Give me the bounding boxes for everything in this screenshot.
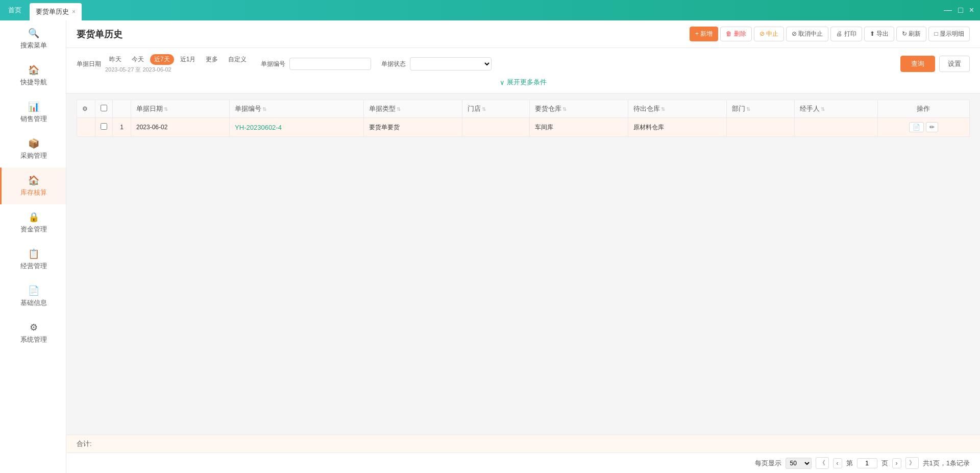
page-unit: 页: [881, 459, 888, 468]
sort-doctype-icon: ⇅: [397, 106, 401, 112]
query-button[interactable]: 查询: [900, 56, 935, 72]
row-pending-warehouse: 原材料仓库: [628, 118, 727, 137]
data-table: ⚙ 单据日期 ⇅ 单据编号: [77, 100, 970, 137]
pagination: 每页显示 50 10 20 100 《 ‹ 第 页 › 》 共1页，1条记录: [66, 453, 980, 473]
th-handler[interactable]: 经手人 ⇅: [795, 100, 878, 118]
row-department: [727, 118, 795, 137]
filter-group-date: 单据日期 昨天 今天 近7天 近1月 更多 自定义 2023-05-27 至 2…: [77, 54, 251, 74]
sidebar-item-sales[interactable]: 📊 销售管理: [0, 94, 66, 131]
sort-pending-warehouse-icon: ⇅: [661, 106, 665, 112]
page-title: 要货单历史: [77, 28, 122, 40]
first-page-button[interactable]: 《: [816, 457, 829, 469]
sidebar-item-search-menu-label: 搜索菜单: [20, 41, 47, 50]
row-checkbox[interactable]: [101, 123, 107, 130]
sidebar-item-operation[interactable]: 📋 经营管理: [0, 241, 66, 278]
tab-home[interactable]: 首页: [0, 0, 30, 20]
shortcut-7days[interactable]: 近7天: [150, 54, 174, 65]
filter-docno-input[interactable]: [289, 58, 371, 70]
sidebar-item-sales-label: 销售管理: [20, 114, 47, 124]
th-docno[interactable]: 单据编号 ⇅: [230, 100, 363, 118]
finance-icon: 🔒: [28, 211, 39, 223]
tab-active-label: 要货单历史: [36, 7, 69, 16]
sidebar-item-basic-info[interactable]: 📄 基础信息: [0, 278, 66, 315]
system-icon: ⚙: [30, 322, 38, 333]
maximize-icon[interactable]: □: [958, 6, 963, 15]
row-action: 📄 ✏: [877, 118, 969, 137]
sidebar-item-quick-nav[interactable]: 🏠 快捷导航: [0, 57, 66, 94]
sidebar-item-search-menu[interactable]: 🔍 搜索菜单: [0, 20, 66, 57]
th-department[interactable]: 部门 ⇅: [727, 100, 795, 118]
sort-handler-icon: ⇅: [821, 106, 825, 112]
page-input-label: 第: [846, 459, 853, 468]
filter-group-docno: 单据编号: [261, 58, 371, 70]
sort-department-icon: ⇅: [746, 106, 750, 112]
prev-page-button[interactable]: ‹: [833, 458, 842, 468]
next-page-button[interactable]: ›: [892, 458, 901, 468]
table-area: ⚙ 单据日期 ⇅ 单据编号: [66, 93, 980, 435]
sidebar-item-purchase[interactable]: 📦 采购管理: [0, 131, 66, 168]
th-doctype[interactable]: 单据类型 ⇅: [363, 100, 462, 118]
filter-group-status: 单据状态: [381, 57, 492, 70]
th-date[interactable]: 单据日期 ⇅: [131, 100, 230, 118]
row-date: 2023-06-02: [131, 118, 230, 137]
sidebar-item-finance[interactable]: 🔒 资金管理: [0, 204, 66, 241]
page-size-label: 每页显示: [755, 459, 781, 468]
sidebar-item-purchase-label: 采购管理: [20, 151, 47, 160]
last-page-button[interactable]: 》: [905, 457, 919, 469]
select-all-checkbox[interactable]: [101, 105, 107, 111]
shortcut-1month[interactable]: 近1月: [176, 54, 200, 65]
filter-status-select[interactable]: [410, 57, 492, 70]
sidebar-item-inventory-label: 库存核算: [20, 188, 47, 197]
row-view-button[interactable]: 📄: [909, 122, 924, 132]
operation-icon: 📋: [28, 248, 39, 259]
new-button[interactable]: + 新增: [690, 27, 718, 41]
sidebar-item-inventory[interactable]: 🏠 库存核算: [0, 168, 66, 204]
window-close-icon[interactable]: ×: [969, 6, 974, 15]
sidebar-item-operation-label: 经营管理: [20, 262, 47, 271]
th-store[interactable]: 门店 ⇅: [462, 100, 530, 118]
refresh-button[interactable]: ↻ 刷新: [896, 27, 926, 41]
sidebar-item-finance-label: 资金管理: [20, 225, 47, 234]
filter-area: 单据日期 昨天 今天 近7天 近1月 更多 自定义 2023-05-27 至 2…: [66, 48, 980, 93]
page-number-input[interactable]: [857, 458, 877, 468]
filter-docno-label: 单据编号: [261, 60, 285, 68]
th-req-warehouse[interactable]: 要货仓库 ⇅: [530, 100, 628, 118]
th-settings[interactable]: ⚙: [77, 100, 95, 118]
shortcut-today[interactable]: 今天: [128, 54, 148, 65]
sidebar-item-system[interactable]: ⚙ 系统管理: [0, 315, 66, 351]
row-edit-button[interactable]: ✏: [926, 122, 938, 132]
minimize-icon[interactable]: —: [944, 6, 952, 15]
export-button[interactable]: ⬆ 导出: [864, 27, 894, 41]
tab-active[interactable]: 要货单历史 ×: [30, 3, 82, 20]
tab-close-icon[interactable]: ×: [72, 8, 76, 15]
stop-button[interactable]: ⊘ 中止: [754, 27, 784, 41]
expand-more-label: 展开更多条件: [507, 78, 547, 87]
row-settings-col: [77, 118, 95, 137]
th-action: 操作: [877, 100, 969, 118]
cancel-stop-button[interactable]: ⊘ 取消中止: [786, 27, 828, 41]
total-label: 共1页，1条记录: [923, 459, 970, 468]
th-pending-warehouse[interactable]: 待出仓库 ⇅: [628, 100, 727, 118]
search-menu-icon: 🔍: [28, 28, 39, 39]
filter-date-label: 单据日期: [77, 60, 101, 68]
sort-req-warehouse-icon: ⇅: [562, 106, 567, 112]
table-body: 1 2023-06-02 YH-20230602-4 要货单要货 车间库 原材料…: [77, 118, 970, 137]
shortcut-more[interactable]: 更多: [202, 54, 222, 65]
content-area: 要货单历史 + 新增 🗑 删除 ⊘ 中止 ⊘ 取消中止 🖨 打印 ⬆ 导出 ↻ …: [66, 20, 980, 473]
th-num: [113, 100, 131, 118]
shortcut-custom[interactable]: 自定义: [224, 54, 251, 65]
row-docno-link[interactable]: YH-20230602-4: [235, 124, 282, 131]
delete-button[interactable]: 🗑 删除: [720, 27, 751, 41]
row-doctype: 要货单要货: [363, 118, 462, 137]
shortcut-yesterday[interactable]: 昨天: [105, 54, 126, 65]
filter-row: 单据日期 昨天 今天 近7天 近1月 更多 自定义 2023-05-27 至 2…: [77, 54, 970, 74]
expand-more[interactable]: ∨ 展开更多条件: [77, 78, 970, 87]
display-detail-button[interactable]: □ 显示明细: [928, 27, 970, 41]
row-req-warehouse: 车间库: [530, 118, 628, 137]
settings-button[interactable]: 设置: [939, 56, 970, 72]
page-size-select[interactable]: 50 10 20 100: [786, 458, 812, 469]
row-checkbox-col: [95, 118, 113, 137]
top-bar: 首页 要货单历史 × — □ ×: [0, 0, 980, 20]
print-button[interactable]: 🖨 打印: [830, 27, 862, 41]
quick-nav-icon: 🏠: [28, 64, 39, 76]
